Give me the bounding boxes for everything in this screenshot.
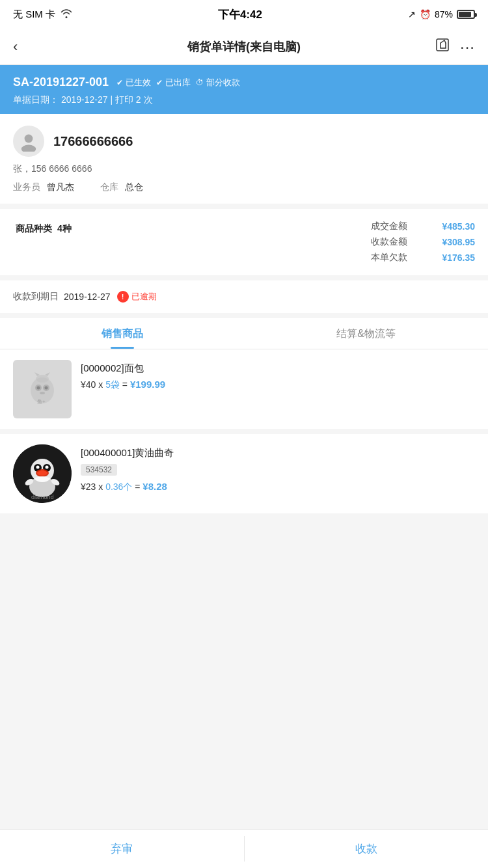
tab-settlement-label: 结算&物流等 <box>336 328 396 339</box>
due-date-label: 收款到期日 <box>13 291 59 303</box>
product-info-bread: [0000002]面包 ¥40 x 5袋 = ¥199.99 <box>81 360 475 391</box>
order-date-value: 2019-12-27 <box>61 94 108 105</box>
overdue-icon: ! <box>117 291 129 303</box>
summary-section: 商品种类 4种 成交金额 ¥485.30 收款金额 ¥308.95 本单欠款 ¥… <box>0 209 488 275</box>
nav-bar: ‹ 销货单详情(来自电脑) ··· <box>0 29 488 65</box>
nav-actions: ··· <box>435 38 475 56</box>
date-label: 单据日期： <box>13 94 59 105</box>
carrier-text: 无 SIM 卡 <box>13 8 55 21</box>
product-image-cookie: diamond <box>13 444 72 503</box>
sales-rep-value: 曾凡杰 <box>47 182 74 192</box>
status-time: 下午4:42 <box>218 7 262 22</box>
deal-amount-row: 成交金额 ¥485.30 <box>371 221 475 232</box>
product-item-cookie: diamond [000400001]黄油曲奇 534532 ¥23 x 0.3… <box>0 434 488 513</box>
cancel-review-button[interactable]: 弃审 <box>0 830 244 868</box>
product-name-bread: [0000002]面包 <box>81 362 475 375</box>
deal-amount-label: 成交金额 <box>371 221 407 232</box>
owed-amount-value: ¥176.35 <box>423 252 475 263</box>
svg-text:diamond: diamond <box>31 494 54 500</box>
badge-partial: 部分收款 <box>196 77 240 88</box>
product-info-cookie: [000400001]黄油曲奇 534532 ¥23 x 0.36个 = ¥8.… <box>81 444 475 493</box>
cancel-review-label: 弃审 <box>111 841 133 856</box>
bottom-bar: 弃审 收款 <box>0 829 488 868</box>
print-count: 2 <box>136 94 141 105</box>
battery-percent: 87% <box>435 9 453 20</box>
svg-text:鱼+: 鱼+ <box>37 399 46 405</box>
tabs-row: 销售商品 结算&物流等 <box>0 318 488 349</box>
warehouse-label: 仓库 <box>100 182 118 192</box>
collect-payment-label: 收款 <box>355 841 377 856</box>
svg-point-20 <box>37 470 47 476</box>
collect-payment-button[interactable]: 收款 <box>245 830 489 868</box>
received-amount-value: ¥308.95 <box>423 237 475 247</box>
print-suffix: 次 <box>144 94 153 105</box>
customer-meta: 业务员 曾凡杰 仓库 总仓 <box>13 182 475 193</box>
customer-section: 17666666666 张，156 6666 6666 业务员 曾凡杰 仓库 总… <box>0 114 488 204</box>
customer-name: 张，156 6666 6666 <box>13 163 475 175</box>
tab-products[interactable]: 销售商品 <box>0 318 244 349</box>
product-name-cookie: [000400001]黄油曲奇 <box>81 447 475 459</box>
nav-title: 销货单详情(来自电脑) <box>187 39 301 55</box>
svg-point-18 <box>46 466 49 469</box>
wifi-icon <box>61 9 72 20</box>
tabs-section: 销售商品 结算&物流等 <box>0 318 488 349</box>
alarm-icon: ⏰ <box>420 9 431 20</box>
product-image-bread: 鱼+ <box>13 360 72 418</box>
status-left: 无 SIM 卡 <box>13 8 72 21</box>
product-types-value: 4种 <box>57 223 72 234</box>
overdue-badge: ! 已逾期 <box>117 291 157 303</box>
amounts: 成交金额 ¥485.30 收款金额 ¥308.95 本单欠款 ¥176.35 <box>371 221 475 264</box>
qty-cookie: 0.36个 <box>105 481 132 492</box>
more-button[interactable]: ··· <box>460 38 475 56</box>
product-types-label: 商品种类 <box>16 223 52 234</box>
badge-shipped: 已出库 <box>156 77 191 88</box>
product-list: 鱼+ [0000002]面包 ¥40 x 5袋 = ¥199.99 <box>0 349 488 513</box>
svg-point-6 <box>37 387 40 390</box>
svg-point-17 <box>36 466 40 469</box>
overdue-text: 已逾期 <box>131 291 157 303</box>
warehouse: 仓库 总仓 <box>100 182 143 193</box>
tab-products-label: 销售商品 <box>102 328 143 339</box>
product-price-cookie: ¥23 x 0.36个 = ¥8.28 <box>81 481 475 493</box>
order-id: SA-20191227-001 <box>13 75 109 89</box>
product-sku-cookie: 534532 <box>81 464 117 476</box>
svg-point-7 <box>45 387 48 390</box>
print-label: | 打印 <box>110 94 133 105</box>
status-bar: 无 SIM 卡 下午4:42 ↗ ⏰ 87% <box>0 0 488 29</box>
price-bread: ¥40 <box>81 379 96 390</box>
location-icon: ↗ <box>408 9 416 20</box>
share-button[interactable] <box>435 38 450 55</box>
due-section: 收款到期日 2019-12-27 ! 已逾期 <box>0 280 488 313</box>
svg-point-8 <box>40 392 45 394</box>
owed-amount-label: 本单欠款 <box>371 252 407 264</box>
product-item: 鱼+ [0000002]面包 ¥40 x 5袋 = ¥199.99 <box>0 349 488 429</box>
order-date: 单据日期： 2019-12-27 | 打印 2 次 <box>13 94 475 106</box>
status-right: ↗ ⏰ 87% <box>408 9 475 20</box>
deal-amount-value: ¥485.30 <box>423 221 475 232</box>
sales-rep: 业务员 曾凡杰 <box>13 182 74 193</box>
owed-amount-row: 本单欠款 ¥176.35 <box>371 252 475 264</box>
product-price-bread: ¥40 x 5袋 = ¥199.99 <box>81 379 475 391</box>
order-header: SA-20191227-001 已生效 已出库 部分收款 单据日期： 2019-… <box>0 65 488 114</box>
price-cookie: ¥23 <box>81 481 96 492</box>
svg-rect-0 <box>437 39 448 51</box>
total-bread: ¥199.99 <box>130 379 165 390</box>
total-cookie: ¥8.28 <box>142 481 167 492</box>
received-amount-label: 收款金额 <box>371 236 407 248</box>
avatar <box>13 126 44 157</box>
tab-settlement[interactable]: 结算&物流等 <box>244 318 488 349</box>
product-types: 商品种类 4种 <box>13 221 72 235</box>
qty-bread: 5袋 <box>105 379 120 390</box>
badge-effective: 已生效 <box>116 77 151 88</box>
svg-point-1 <box>25 135 33 143</box>
order-badges: 已生效 已出库 部分收款 <box>116 77 240 88</box>
svg-point-9 <box>36 375 49 383</box>
svg-point-2 <box>21 145 36 152</box>
received-amount-row: 收款金额 ¥308.95 <box>371 236 475 248</box>
warehouse-value: 总仓 <box>125 182 143 192</box>
sales-rep-label: 业务员 <box>13 182 40 192</box>
customer-phone: 17666666666 <box>53 134 133 149</box>
due-date-value: 2019-12-27 <box>64 292 111 302</box>
battery-icon <box>457 10 475 19</box>
back-button[interactable]: ‹ <box>8 33 23 61</box>
